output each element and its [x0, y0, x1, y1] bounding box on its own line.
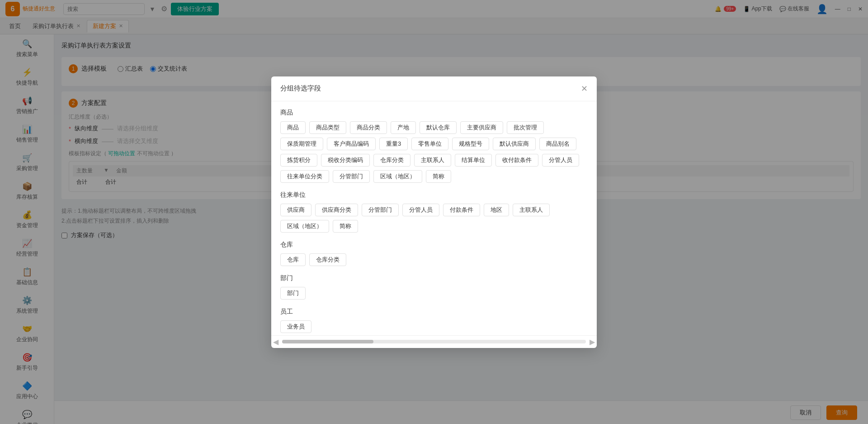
field-tag-1-7[interactable]: 区域（地区）	[280, 220, 329, 233]
field-tags-3: 部门	[280, 287, 588, 300]
field-tag-0-15[interactable]: 税收分类编码	[321, 154, 370, 167]
field-tag-3-0[interactable]: 部门	[280, 287, 306, 300]
field-tag-0-16[interactable]: 仓库分类	[373, 154, 410, 167]
scroll-thumb	[282, 340, 373, 343]
field-tag-1-1[interactable]: 供应商分类	[315, 204, 358, 216]
field-tag-2-1[interactable]: 仓库分类	[309, 253, 346, 266]
field-tag-0-9[interactable]: 重量3	[379, 138, 408, 150]
field-section-title-0: 商品	[280, 109, 588, 117]
field-section-4: 员工业务员	[280, 308, 588, 333]
field-tag-0-21[interactable]: 往来单位分类	[280, 170, 329, 183]
field-tag-4-0[interactable]: 业务员	[280, 320, 311, 333]
field-section-2: 仓库仓库仓库分类	[280, 241, 588, 266]
field-tags-4: 业务员	[280, 320, 588, 333]
field-tag-0-11[interactable]: 规格型号	[452, 138, 489, 150]
field-tag-1-8[interactable]: 简称	[333, 220, 358, 233]
field-tag-0-6[interactable]: 批次管理	[507, 121, 544, 134]
field-section-title-4: 员工	[280, 308, 588, 316]
field-tag-0-23[interactable]: 区域（地区）	[373, 170, 422, 183]
modal-body: 商品商品商品类型商品分类产地默认仓库主要供应商批次管理保质期管理客户商品编码重量…	[271, 101, 597, 335]
field-tag-0-12[interactable]: 默认供应商	[493, 138, 536, 150]
field-section-3: 部门部门	[280, 274, 588, 300]
field-section-title-3: 部门	[280, 274, 588, 282]
field-tag-0-14[interactable]: 拣货积分	[280, 154, 317, 167]
field-tag-0-10[interactable]: 零售单位	[411, 138, 448, 150]
field-tag-0-5[interactable]: 主要供应商	[460, 121, 503, 134]
field-tag-1-2[interactable]: 分管部门	[362, 204, 399, 216]
scroll-right-arrow[interactable]: ▶	[590, 338, 595, 346]
field-tag-0-1[interactable]: 商品类型	[309, 121, 346, 134]
field-tags-2: 仓库仓库分类	[280, 253, 588, 266]
field-tag-0-4[interactable]: 默认仓库	[420, 121, 457, 134]
field-tag-1-5[interactable]: 地区	[484, 204, 509, 216]
field-tag-0-18[interactable]: 结算单位	[455, 154, 492, 167]
modal-close-button[interactable]: ✕	[581, 84, 588, 94]
field-tag-0-22[interactable]: 分管部门	[333, 170, 370, 183]
field-tag-1-6[interactable]: 主联系人	[513, 204, 550, 216]
field-tags-0: 商品商品类型商品分类产地默认仓库主要供应商批次管理保质期管理客户商品编码重量3零…	[280, 121, 588, 183]
field-tag-1-3[interactable]: 分管人员	[402, 204, 439, 216]
horizontal-scrollbar[interactable]	[282, 340, 586, 343]
field-tag-1-4[interactable]: 付款条件	[443, 204, 480, 216]
field-tag-0-19[interactable]: 收付款条件	[495, 154, 538, 167]
modal-overlay: 分组待选字段 ✕ 商品商品商品类型商品分类产地默认仓库主要供应商批次管理保质期管…	[0, 0, 868, 424]
field-section-title-2: 仓库	[280, 241, 588, 249]
field-tag-0-20[interactable]: 分管人员	[542, 154, 579, 167]
field-tag-0-7[interactable]: 保质期管理	[280, 138, 323, 150]
field-tag-0-24[interactable]: 简称	[426, 170, 451, 183]
scroll-left-arrow[interactable]: ◀	[273, 338, 278, 346]
field-tag-0-2[interactable]: 商品分类	[350, 121, 387, 134]
field-tag-0-13[interactable]: 商品别名	[539, 138, 576, 150]
field-tag-0-0[interactable]: 商品	[280, 121, 306, 134]
field-tag-1-0[interactable]: 供应商	[280, 204, 311, 216]
field-tag-2-0[interactable]: 仓库	[280, 253, 306, 266]
field-section-0: 商品商品商品类型商品分类产地默认仓库主要供应商批次管理保质期管理客户商品编码重量…	[280, 109, 588, 183]
modal-title: 分组待选字段	[280, 84, 321, 93]
field-tag-0-17[interactable]: 主联系人	[414, 154, 451, 167]
field-tag-0-8[interactable]: 客户商品编码	[327, 138, 376, 150]
field-section-title-1: 往来单位	[280, 191, 588, 199]
field-section-1: 往来单位供应商供应商分类分管部门分管人员付款条件地区主联系人区域（地区）简称	[280, 191, 588, 233]
modal-scroll-bar: ◀ ▶	[271, 335, 597, 348]
field-tag-0-3[interactable]: 产地	[391, 121, 416, 134]
modal-dialog: 分组待选字段 ✕ 商品商品商品类型商品分类产地默认仓库主要供应商批次管理保质期管…	[271, 76, 597, 348]
field-tags-1: 供应商供应商分类分管部门分管人员付款条件地区主联系人区域（地区）简称	[280, 204, 588, 233]
modal-header: 分组待选字段 ✕	[271, 76, 597, 101]
